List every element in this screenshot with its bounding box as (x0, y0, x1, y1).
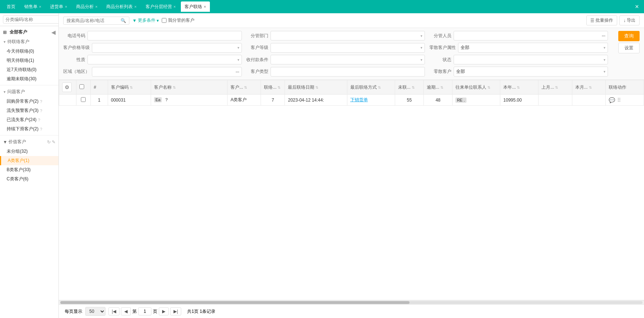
value-group-actions: ↻ ✎ (47, 139, 56, 145)
chat-icon[interactable]: 💬 (609, 97, 615, 103)
search-input[interactable] (67, 18, 119, 23)
payment-label: 收付款条件 (246, 57, 268, 63)
nav-customer-contact-close[interactable]: × (204, 4, 206, 9)
nav-sales[interactable]: 销售单 × (21, 1, 45, 12)
sort-icon-overdue: ⇅ (440, 85, 443, 89)
col-last-contact-date[interactable]: 最后联络日期 ⇅ (285, 80, 347, 95)
refresh-icon[interactable]: ↻ (47, 139, 51, 145)
price-level-select[interactable]: ▾ (92, 43, 242, 53)
filter-icon: ▼ (132, 18, 137, 23)
dept-select[interactable]: ▾ (271, 31, 425, 40)
col-name[interactable]: 客户名称 ⇅ (151, 80, 227, 95)
query-button[interactable]: 查询 (618, 31, 640, 41)
first-page-btn[interactable]: |◀ (108, 307, 119, 315)
search-icon[interactable]: 🔍 (121, 18, 126, 23)
my-customers-checkbox[interactable] (162, 18, 167, 23)
dots-icon: ··· (602, 33, 605, 38)
col-last-contact-type[interactable]: 最后联络方式 ⇅ (347, 80, 395, 95)
sidebar-item-tomorrow[interactable]: 明天待联络(1) (0, 56, 58, 65)
sidebar-item-a-class[interactable]: A类客户(1) (0, 156, 58, 165)
horizontal-scrollbar[interactable] (59, 300, 644, 304)
region-label: 区域（地区） (63, 68, 90, 75)
nav-product-analysis-list[interactable]: 商品分析列表 × (103, 1, 140, 12)
help-icon-2: ? (40, 109, 42, 113)
col-level[interactable]: 客户... ⇅ (228, 80, 261, 95)
sidebar-search-input[interactable] (3, 15, 59, 24)
nav-customer-segment-close[interactable]: × (173, 4, 176, 9)
last-contact-link[interactable]: 下销货单 (350, 97, 368, 102)
nature-select[interactable]: ▾ (87, 55, 242, 64)
sidebar-item-today[interactable]: 今天待联络(0) (0, 47, 58, 56)
help-icon-3: ? (38, 118, 40, 122)
sidebar-item-ungrouped[interactable]: 未分组(32) (0, 147, 58, 156)
more-filters-btn[interactable]: ▼ 更多条件 ▾ (132, 17, 159, 24)
sidebar-group-pending[interactable]: ▼ 待联络客户 (0, 37, 58, 47)
contact-person-tag: RE . (455, 98, 466, 103)
customer-type-input[interactable] (271, 67, 425, 77)
filter-bar: 🔍 ▼ 更多条件 ▾ 我分管的客户 ☰ 批量操作 ↓ 导出 (59, 13, 644, 28)
sidebar-item-overdue[interactable]: 逾期未联络(30) (0, 74, 58, 84)
col-not-contacted[interactable]: 未联... ⇅ (395, 80, 423, 95)
region-select[interactable]: ··· (92, 67, 242, 77)
customer-level-select[interactable]: ▾ (271, 43, 425, 53)
col-contact-person[interactable]: 往来单位联系人 ⇅ (452, 80, 500, 95)
nav-customer-contact[interactable]: 客户联络 × (181, 1, 210, 12)
sidebar-item-7days[interactable]: 近7天待联络(0) (0, 65, 58, 74)
sidebar-collapse-btn[interactable]: ◀ (51, 29, 56, 35)
payment-select[interactable]: ▾ (271, 55, 425, 64)
prev-page-btn[interactable]: ◀ (121, 307, 131, 315)
scatter-attr-select[interactable]: 全部▾ (458, 43, 608, 53)
td-level: A类客户 (228, 95, 261, 106)
nav-close-all[interactable]: × (633, 3, 641, 11)
filter-cell-status: 状态 ▾ (429, 55, 612, 64)
customer-type-label: 客户类型 (246, 68, 268, 75)
nav-product-analysis[interactable]: 商品分析 × (72, 1, 101, 12)
td-empty (59, 95, 76, 106)
table-row: 1 000031 Ea ？ A类客户 7 2023-04-12 14:44: 下… (59, 95, 644, 106)
batch-op-button[interactable]: ☰ 批量操作 (586, 15, 617, 25)
next-page-btn[interactable]: ▶ (159, 307, 169, 315)
col-contact-count[interactable]: 联络... ⇅ (261, 80, 285, 95)
col-this-year[interactable]: 本年... ⇅ (500, 80, 539, 95)
region-dots-icon: ··· (236, 69, 239, 74)
nav-home[interactable]: 首页 (3, 1, 19, 12)
nav-product-analysis-close[interactable]: × (95, 4, 97, 9)
nav-purchase[interactable]: 进货单 × (46, 1, 71, 12)
export-button[interactable]: ↓ 导出 (619, 15, 640, 25)
sidebar-item-churned[interactable]: 已流失客户(24) ? (0, 115, 58, 124)
more-icon[interactable]: ⠿ (617, 97, 621, 103)
sidebar-item-c-class[interactable]: C类客户(6) (0, 174, 58, 184)
nav-customer-segment[interactable]: 客户分层经营 × (142, 1, 179, 12)
sidebar-group-value[interactable]: ▼ 价值客户 ↻ ✎ (0, 137, 58, 147)
phone-input[interactable] (87, 31, 242, 40)
manager-select[interactable]: ··· (454, 31, 608, 40)
filter-cell-customer-level: 客户等级 ▾ (246, 43, 429, 53)
sidebar-group-problem[interactable]: ▼ 问题客户 (0, 87, 58, 97)
filter-cell-region: 区域（地区） ··· (63, 67, 246, 77)
triangle-icon-3: ▼ (3, 139, 7, 145)
per-page-select[interactable]: 50 100 200 (85, 307, 105, 316)
col-this-month[interactable]: 本月... ⇅ (572, 80, 605, 95)
retail-select[interactable]: 全部▾ (454, 67, 608, 77)
sidebar-item-b-class[interactable]: B类客户(33) (0, 165, 58, 174)
row-checkbox[interactable] (81, 97, 86, 102)
col-last-month[interactable]: 上月... ⇅ (539, 80, 572, 95)
sidebar-item-churn-warning[interactable]: 流失预警客户(3) ? (0, 106, 58, 115)
gear-button[interactable]: ⚙ (62, 82, 72, 92)
my-customers-filter[interactable]: 我分管的客户 (162, 17, 194, 24)
nav-product-analysis-list-close[interactable]: × (134, 4, 136, 9)
per-page-label: 每页显示 (65, 308, 82, 315)
sidebar-item-declining[interactable]: 持续下滑客户(2) ? (0, 124, 58, 134)
nav-purchase-close[interactable]: × (65, 4, 67, 9)
settings-button[interactable]: 设置 (618, 43, 640, 53)
status-select[interactable]: ▾ (454, 55, 608, 64)
select-all-checkbox[interactable] (79, 84, 84, 89)
nav-sales-close[interactable]: × (39, 4, 41, 9)
col-code[interactable]: 客户编码 ⇅ (108, 80, 151, 95)
sort-icon-this-month: ⇅ (589, 85, 592, 89)
sidebar-item-repurchase-abnormal[interactable]: 回购异常客户(2) ? (0, 97, 58, 106)
last-page-btn[interactable]: ▶| (170, 307, 181, 315)
edit-icon[interactable]: ✎ (52, 139, 56, 145)
page-input[interactable] (138, 307, 151, 315)
col-overdue[interactable]: 逾期... ⇅ (424, 80, 452, 95)
